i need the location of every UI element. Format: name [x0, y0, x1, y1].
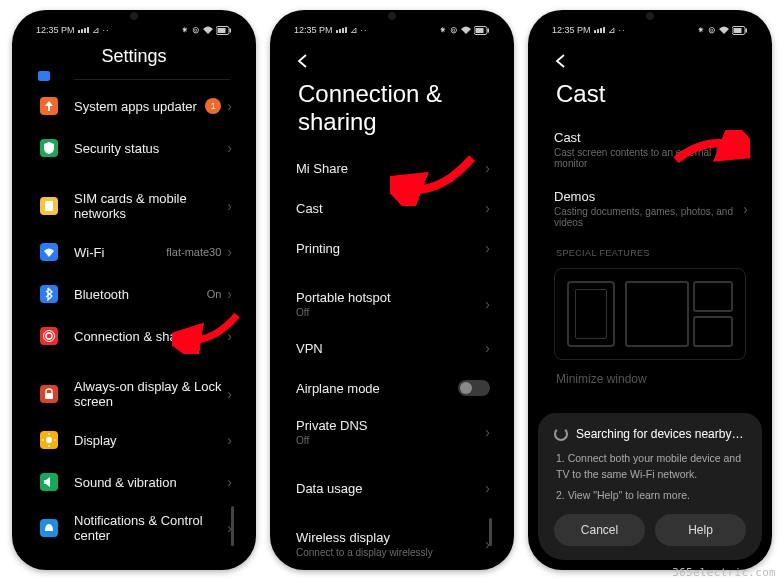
chevron-right-icon: ›: [227, 474, 232, 490]
chevron-right-icon: ›: [227, 98, 232, 114]
feature-illustration: [554, 268, 746, 360]
lock-icon: [40, 385, 58, 403]
chevron-right-icon: ›: [485, 340, 490, 356]
chevron-right-icon: ›: [227, 140, 232, 156]
list-item[interactable]: Printing ›: [280, 228, 504, 268]
svg-rect-28: [746, 28, 748, 32]
scrollbar[interactable]: [231, 506, 234, 546]
watermark: 365electric.com: [672, 566, 776, 579]
status-bar: 12:35 PM ⊿ ·· ⁕ ⊚: [22, 20, 246, 40]
item-label: SIM cards & mobile networks: [74, 191, 227, 221]
chevron-right-icon: ›: [485, 296, 490, 312]
list-item[interactable]: Always-on display & Lock screen ›: [22, 369, 246, 419]
chevron-right-icon: ›: [485, 160, 490, 176]
camera-notch: [646, 12, 654, 20]
list-item[interactable]: Mi Share ›: [280, 148, 504, 188]
about-phone-icon: [38, 71, 54, 81]
phone-settings: 12:35 PM ⊿ ·· ⁕ ⊚ Settings System apps u…: [12, 10, 256, 570]
item-label: Bluetooth: [74, 287, 207, 302]
wifi-status-icon: [203, 26, 213, 34]
list-item[interactable]: Portable hotspot Off ›: [280, 280, 504, 328]
item-label: Demos Casting documents, games, photos, …: [554, 189, 743, 228]
chevron-right-icon: ›: [227, 386, 232, 402]
list-item[interactable]: Private DNS Off ›: [280, 408, 504, 456]
list-item[interactable]: Security status ›: [22, 127, 246, 169]
signal2-icon: ⊿: [92, 25, 100, 35]
scrollbar[interactable]: [489, 518, 492, 546]
item-label: Wireless display Connect to a display wi…: [296, 530, 485, 558]
cast-toggle[interactable]: [716, 142, 748, 158]
chevron-right-icon: ›: [227, 244, 232, 260]
signal2-icon: ⊿: [350, 25, 358, 35]
page-title: Connection & sharing: [280, 76, 504, 148]
cancel-button[interactable]: Cancel: [554, 514, 645, 546]
more-indicator-icon: ··: [619, 25, 626, 35]
list-item[interactable]: Sound & vibration ›: [22, 461, 246, 503]
item-label: Data usage: [296, 481, 485, 496]
nfc-status-icon: ⊚: [708, 25, 716, 35]
svg-rect-26: [476, 28, 484, 33]
signal-icon: [78, 27, 89, 33]
searching-title: Searching for devices nearby…: [576, 427, 743, 441]
nfc-status-icon: ⊚: [450, 25, 458, 35]
list-item[interactable]: [22, 71, 246, 85]
item-label: Wi-Fi: [74, 245, 166, 260]
list-item[interactable]: Bluetooth On ›: [22, 273, 246, 315]
sound-icon: [40, 473, 58, 491]
camera-notch: [388, 12, 396, 20]
share-icon: [40, 327, 58, 345]
sim-icon: [40, 197, 58, 215]
arrow-up-icon: [40, 97, 58, 115]
list-item-connection-sharing[interactable]: Connection & sharing ›: [22, 315, 246, 357]
item-aux: flat-mate30: [166, 246, 221, 258]
airplane-mode-toggle[interactable]: [458, 380, 490, 396]
bluetooth-status-icon: ⁕: [439, 25, 447, 35]
status-time: 12:35 PM: [294, 25, 333, 35]
list-item[interactable]: Demos Casting documents, games, photos, …: [538, 179, 762, 238]
chevron-right-icon: ›: [485, 200, 490, 216]
chevron-right-icon: ›: [485, 424, 490, 440]
back-icon[interactable]: [294, 52, 312, 70]
item-label: Airplane mode: [296, 381, 458, 396]
item-label: Cast: [296, 201, 485, 216]
svg-rect-3: [38, 71, 50, 81]
list-item[interactable]: VPN ›: [280, 328, 504, 368]
item-label: Cast Cast screen contents to an external…: [554, 130, 716, 169]
battery-status-icon: [216, 26, 232, 35]
list-item[interactable]: Wi-Fi flat-mate30 ›: [22, 231, 246, 273]
svg-rect-1: [230, 28, 232, 32]
bell-icon: [40, 519, 58, 537]
wifi-icon: [40, 243, 58, 261]
tip-text: 1. Connect both your mobile device and T…: [554, 451, 746, 483]
status-time: 12:35 PM: [36, 25, 75, 35]
list-item[interactable]: Wireless display Connect to a display wi…: [280, 520, 504, 560]
item-label: Private DNS Off: [296, 418, 485, 446]
list-item[interactable]: SIM cards & mobile networks ›: [22, 181, 246, 231]
list-item[interactable]: System apps updater 1 ›: [22, 85, 246, 127]
list-item[interactable]: Data usage ›: [280, 468, 504, 508]
list-item[interactable]: Home screen ›: [22, 553, 246, 560]
status-bar: 12:35 PM ⊿ ·· ⁕ ⊚: [538, 20, 762, 40]
list-item[interactable]: Display ›: [22, 419, 246, 461]
settings-list: System apps updater 1 › Security status …: [22, 71, 246, 560]
item-label: Display: [74, 433, 227, 448]
item-label: Mi Share: [296, 161, 485, 176]
searching-sheet: Searching for devices nearby… 1. Connect…: [538, 413, 762, 560]
chevron-right-icon: ›: [227, 328, 232, 344]
update-badge: 1: [205, 98, 221, 114]
list-item-cast-toggle[interactable]: Cast Cast screen contents to an external…: [538, 120, 762, 179]
more-indicator-icon: ··: [103, 25, 110, 35]
list-item-cast[interactable]: Cast ›: [280, 188, 504, 228]
back-icon[interactable]: [552, 52, 570, 70]
item-label: Minimize window: [538, 368, 762, 386]
status-time: 12:35 PM: [552, 25, 591, 35]
wifi-status-icon: [461, 26, 471, 34]
svg-rect-10: [40, 327, 58, 345]
list-item[interactable]: Airplane mode: [280, 368, 504, 408]
item-label: VPN: [296, 341, 485, 356]
tip-text: 2. View "Help" to learn more.: [554, 488, 746, 504]
list-item[interactable]: Notifications & Control center ›: [22, 503, 246, 553]
item-label: Printing: [296, 241, 485, 256]
help-button[interactable]: Help: [655, 514, 746, 546]
svg-rect-2: [218, 28, 226, 33]
